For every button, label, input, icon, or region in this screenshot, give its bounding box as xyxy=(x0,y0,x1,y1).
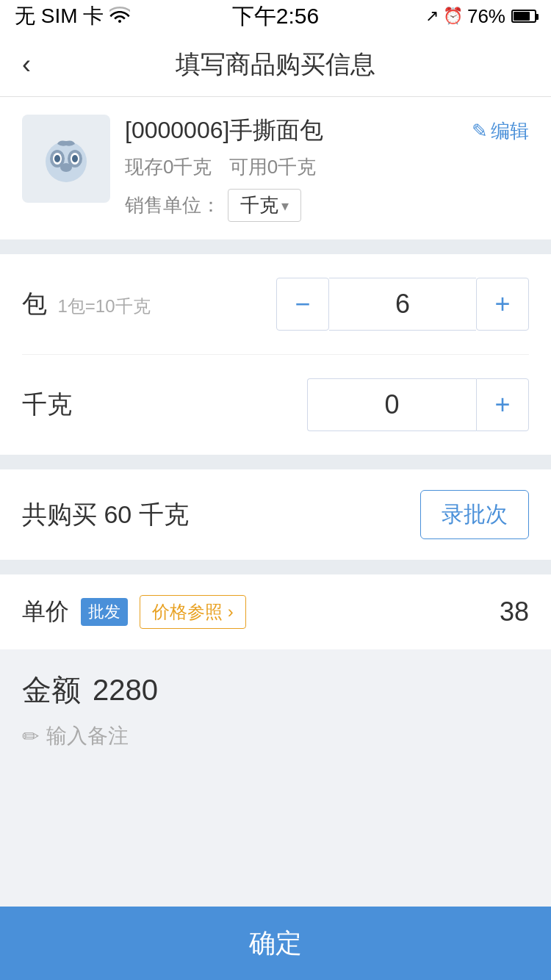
status-time: 下午2:56 xyxy=(232,1,319,32)
summary-section: 共购买 60 千克 录批次 xyxy=(0,469,551,560)
increment-bao-button[interactable]: + xyxy=(476,278,529,331)
amount-value: 2280 xyxy=(93,674,158,707)
status-bar: 无 SIM 卡 下午2:56 ↗ ⏰ 76% xyxy=(0,0,551,32)
unit-label: 销售单位： xyxy=(125,192,220,218)
quantity-label-bao: 包 1包=10千克 xyxy=(22,287,151,321)
price-type-tag: 批发 xyxy=(81,598,128,626)
battery-text: 76% xyxy=(467,5,505,28)
quantity-input-kg[interactable] xyxy=(307,378,476,431)
stock-text: 现存0千克 xyxy=(125,156,212,178)
edit-icon: ✎ xyxy=(472,120,488,143)
dropdown-icon: ▾ xyxy=(281,197,289,215)
spacer xyxy=(0,765,551,907)
divider-1 xyxy=(0,239,551,254)
divider-2 xyxy=(0,455,551,469)
svg-point-5 xyxy=(54,155,60,162)
price-section: 单价 批发 价格参照 › 38 xyxy=(0,574,551,649)
wifi-icon xyxy=(109,4,130,28)
quantity-label-kg: 千克 xyxy=(22,388,72,422)
label-bao: 包 xyxy=(22,289,47,317)
product-image xyxy=(22,115,110,203)
back-button[interactable]: ‹ xyxy=(0,49,53,80)
unit-select[interactable]: 千克 ▾ xyxy=(228,189,301,222)
amount-label: 金额 xyxy=(22,670,81,710)
batch-button[interactable]: 录批次 xyxy=(420,490,529,539)
quantity-section: 包 1包=10千克 − + 千克 + xyxy=(0,254,551,455)
product-info: [0000006]手撕面包 ✎ 编辑 现存0千克 可用0千克 销售单位： 千克 … xyxy=(125,115,529,222)
svg-point-6 xyxy=(72,155,78,162)
quantity-control-kg: + xyxy=(307,378,529,431)
status-left: 无 SIM 卡 xyxy=(15,2,130,30)
svg-point-7 xyxy=(60,163,72,172)
available-text: 可用0千克 xyxy=(229,156,316,178)
hint-bao: 1包=10千克 xyxy=(57,296,150,316)
product-unit-row: 销售单位： 千克 ▾ xyxy=(125,189,529,222)
nav-bar: ‹ 填写商品购买信息 xyxy=(0,32,551,97)
confirm-label: 确定 xyxy=(249,926,302,962)
product-section: [0000006]手撕面包 ✎ 编辑 现存0千克 可用0千克 销售单位： 千克 … xyxy=(0,97,551,239)
price-value: 38 xyxy=(500,597,529,627)
note-icon: ✏ xyxy=(22,724,39,749)
increment-kg-button[interactable]: + xyxy=(476,378,529,431)
summary-text: 共购买 60 千克 xyxy=(22,498,189,532)
note-row[interactable]: ✏ 输入备注 xyxy=(22,722,529,750)
nav-title: 填写商品购买信息 xyxy=(176,48,375,82)
alarm-icon: ⏰ xyxy=(443,7,463,26)
note-placeholder: 输入备注 xyxy=(46,722,129,750)
confirm-button[interactable]: 确定 xyxy=(0,907,551,980)
location-icon: ↗ xyxy=(425,7,439,26)
sim-text: 无 SIM 卡 xyxy=(15,2,104,30)
product-name-row: [0000006]手撕面包 ✎ 编辑 xyxy=(125,115,529,147)
label-kg: 千克 xyxy=(22,390,72,418)
divider-3 xyxy=(0,560,551,574)
quantity-row-bao: 包 1包=10千克 − + xyxy=(22,254,529,355)
product-stock: 现存0千克 可用0千克 xyxy=(125,154,529,180)
price-ref-button[interactable]: 价格参照 › xyxy=(140,595,246,629)
decrement-bao-button[interactable]: − xyxy=(276,278,329,331)
edit-button[interactable]: ✎ 编辑 xyxy=(472,118,529,144)
amount-section: 金额 2280 ✏ 输入备注 xyxy=(0,649,551,765)
quantity-control-bao: − + xyxy=(276,278,529,331)
unit-value: 千克 xyxy=(240,192,278,218)
status-right: ↗ ⏰ 76% xyxy=(425,5,536,28)
quantity-row-kg: 千克 + xyxy=(22,355,529,455)
price-label: 单价 xyxy=(22,596,69,628)
amount-row: 金额 2280 xyxy=(22,670,529,710)
battery-icon xyxy=(511,10,536,23)
edit-label: 编辑 xyxy=(491,118,529,144)
product-name: [0000006]手撕面包 xyxy=(125,115,323,147)
quantity-input-bao[interactable] xyxy=(329,278,476,331)
